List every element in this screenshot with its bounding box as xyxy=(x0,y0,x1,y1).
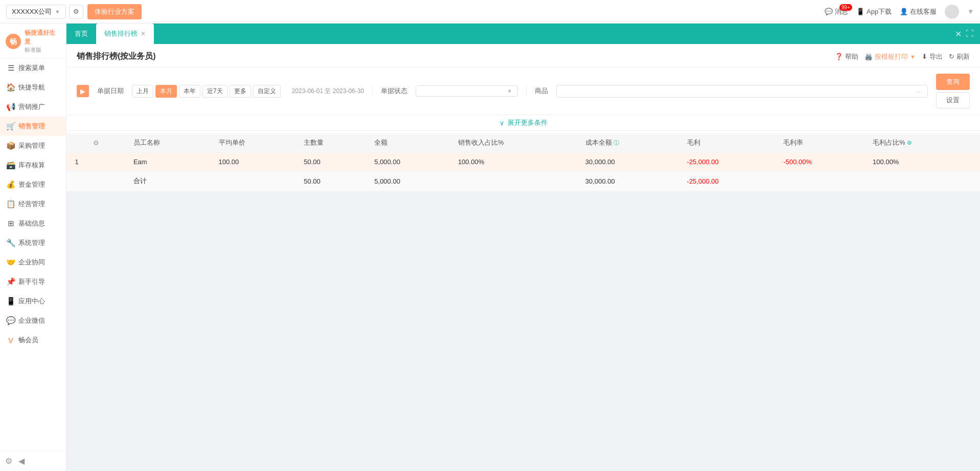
cell-profit: -25,000.00 xyxy=(681,153,778,171)
tab-home-label: 首页 xyxy=(75,29,88,38)
top-bar: XXXXXX公司 ▼ ⚙ 体验行业方案 💬 消息 99+ 📱 App下载 👤 在… xyxy=(0,0,980,24)
date-btn-more[interactable]: 更多 xyxy=(230,85,251,98)
industry-button[interactable]: 体验行业方案 xyxy=(87,4,142,19)
sidebar-item-basic[interactable]: ⊞ 基础信息 xyxy=(0,214,66,233)
sidebar-item-marketing[interactable]: 📢 营销推广 xyxy=(0,97,66,117)
logo-icon: 畅 xyxy=(5,33,21,50)
date-btn-custom[interactable]: 自定义 xyxy=(253,85,281,98)
tab-home[interactable]: 首页 xyxy=(66,24,96,44)
message-button[interactable]: 💬 消息 99+ xyxy=(825,7,848,16)
help-button[interactable]: ❓ 帮助 xyxy=(835,52,858,61)
expand-icon: ∨ xyxy=(499,119,505,127)
date-btn-7days[interactable]: 近7天 xyxy=(202,85,227,98)
sidebar-item-label: 企业协同 xyxy=(18,258,45,267)
col-settings-icon[interactable]: ⚙ xyxy=(93,139,99,147)
tab-bar: 首页 销售排行榜 ✕ ✕ ⛶ xyxy=(66,24,980,44)
export-button[interactable]: ⬇ 导出 xyxy=(922,52,943,61)
expand-more-conditions[interactable]: ∨ 展开更多条件 xyxy=(66,115,980,131)
date-btn-this-month[interactable]: 本月 xyxy=(155,85,177,98)
footer-label: 合计 xyxy=(127,171,213,191)
sidebar-item-finance[interactable]: 💰 资金管理 xyxy=(0,175,66,194)
purchase-icon: 📦 xyxy=(6,141,15,150)
col-name: 员工名称 xyxy=(127,133,213,153)
cell-avg-price: 100.00 xyxy=(213,153,298,171)
app-download-button[interactable]: 📱 App下载 xyxy=(856,7,892,16)
tab-maximize-icon[interactable]: ⛶ xyxy=(966,29,974,38)
footer-cost: 30,000.00 xyxy=(579,171,681,191)
status-label: 单据状态 xyxy=(381,86,407,96)
tab-close-icon[interactable]: ✕ xyxy=(141,30,146,37)
marketing-icon: 📢 xyxy=(6,102,15,111)
query-button[interactable]: 查询 xyxy=(936,74,970,90)
goods-more-icon: ··· xyxy=(917,87,922,95)
settings-button[interactable]: ⚙ xyxy=(69,5,83,19)
date-btn-this-year[interactable]: 本年 xyxy=(179,85,200,98)
col-sales-ratio: 销售收入占比% xyxy=(452,133,579,153)
footer-avg-price xyxy=(213,171,298,191)
date-label: 单据日期 xyxy=(97,86,124,96)
sidebar-item-search[interactable]: ☰ 搜索菜单 xyxy=(0,58,66,78)
cell-quantity: 50.00 xyxy=(298,153,368,171)
avatar[interactable] xyxy=(945,5,959,19)
sidebar-item-member[interactable]: V 畅会员 xyxy=(0,330,66,350)
system-icon: 🔧 xyxy=(6,238,15,248)
sidebar-item-label: 企业微信 xyxy=(18,316,45,325)
app-label: App下载 xyxy=(867,7,892,16)
page-title: 销售排行榜(按业务员) xyxy=(77,51,156,62)
sidebar-bottom: ⚙ ◀ xyxy=(0,451,66,471)
tab-close-window-icon[interactable]: ✕ xyxy=(955,29,962,39)
sidebar-item-operations[interactable]: 📋 经营管理 xyxy=(0,194,66,214)
cell-rank: 1 xyxy=(66,153,87,171)
sidebar-item-wechat[interactable]: 💬 企业微信 xyxy=(0,311,66,330)
footer-profit: -25,000.00 xyxy=(681,171,778,191)
refresh-button[interactable]: ↻ 刷新 xyxy=(949,52,970,61)
col-profit-rate: 毛利率 xyxy=(777,133,867,153)
sidebar-item-enterprise[interactable]: 🤝 企业协同 xyxy=(0,253,66,272)
service-label: 在线客服 xyxy=(910,7,937,16)
sidebar-item-shortcut[interactable]: 🏠 快捷导航 xyxy=(0,78,66,97)
date-btn-last-month[interactable]: 上月 xyxy=(132,85,153,98)
status-select[interactable]: ▼ xyxy=(416,85,518,97)
inventory-icon: 🗃️ xyxy=(6,161,15,170)
cell-profit-rate: -500.00% xyxy=(777,153,867,171)
search-menu-icon: ☰ xyxy=(6,63,15,73)
print-button[interactable]: 🖨️ 按模板打印 ▼ xyxy=(864,52,916,61)
sidebar-item-apps[interactable]: 📱 应用中心 xyxy=(0,291,66,311)
logo-text: 畅捷通好生意 标准版 xyxy=(25,29,61,54)
help-label: 帮助 xyxy=(845,52,858,61)
goods-input[interactable]: ··· xyxy=(556,85,928,98)
data-table: ⚙ 员工名称 平均单价 主数量 全额 销售收入占比% 成本全额 ⓘ 毛利 毛利率 xyxy=(66,133,980,191)
sidebar-item-system[interactable]: 🔧 系统管理 xyxy=(0,233,66,253)
user-name[interactable]: ▼ xyxy=(967,8,974,15)
sidebar-item-label: 基础信息 xyxy=(18,219,45,228)
sidebar-item-label: 新手引导 xyxy=(18,277,45,286)
footer-empty-1 xyxy=(66,171,87,191)
col-quantity: 主数量 xyxy=(298,133,368,153)
sidebar-settings-icon[interactable]: ⚙ xyxy=(5,456,12,466)
company-selector[interactable]: XXXXXX公司 ▼ xyxy=(6,5,66,19)
print-icon: 🖨️ xyxy=(864,53,873,60)
sidebar-item-guide[interactable]: 📌 新手引导 xyxy=(0,272,66,291)
message-badge: 99+ xyxy=(839,4,852,11)
filter-divider-2 xyxy=(526,86,527,96)
chevron-down-icon: ▼ xyxy=(55,9,60,15)
online-service-button[interactable]: 👤 在线客服 xyxy=(900,7,937,16)
app-container: XXXXXX公司 ▼ ⚙ 体验行业方案 💬 消息 99+ 📱 App下载 👤 在… xyxy=(0,0,980,471)
tab-sales-rank-label: 销售排行榜 xyxy=(104,29,138,38)
filter-divider-1 xyxy=(372,86,373,96)
filter-toggle-button[interactable]: ▶ xyxy=(77,85,89,97)
app-icon: 📱 xyxy=(856,8,864,15)
sidebar-item-sales[interactable]: 🛒 销售管理 xyxy=(0,117,66,136)
filter-bar: ▶ 单据日期 上月 本月 本年 近7天 更多 自定义 2023-06-01 至 … xyxy=(66,68,980,115)
col-profit: 毛利 xyxy=(681,133,778,153)
sidebar-item-inventory[interactable]: 🗃️ 库存核算 xyxy=(0,155,66,175)
sidebar-item-label: 采购管理 xyxy=(18,141,45,150)
filter-settings-button[interactable]: 设置 xyxy=(936,92,970,108)
page-content: 销售排行榜(按业务员) ❓ 帮助 🖨️ 按模板打印 ▼ xyxy=(66,44,980,471)
col-settings: ⚙ xyxy=(87,133,127,153)
sidebar-item-purchase[interactable]: 📦 采购管理 xyxy=(0,136,66,155)
tab-sales-rank[interactable]: 销售排行榜 ✕ xyxy=(96,24,154,44)
basic-icon: ⊞ xyxy=(6,219,15,228)
top-bar-right: 💬 消息 99+ 📱 App下载 👤 在线客服 ▼ xyxy=(825,5,974,19)
sidebar-collapse-icon[interactable]: ◀ xyxy=(18,456,25,466)
